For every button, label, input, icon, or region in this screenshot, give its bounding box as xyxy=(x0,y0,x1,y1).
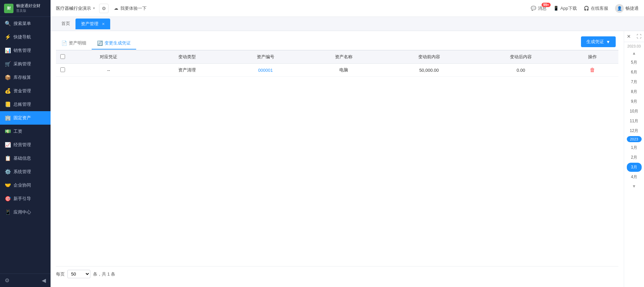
customer-service-button[interactable]: 🎧 在线客服 xyxy=(584,5,608,11)
year-label: 2023.03 xyxy=(624,42,644,49)
right-panel-close-icon[interactable]: ✕ xyxy=(627,34,631,39)
search-icon: 🔍 xyxy=(5,21,11,27)
tab-asset-management[interactable]: 资产管理 ✕ xyxy=(75,19,110,29)
row-operation: 🗑 xyxy=(567,64,618,77)
purchase-icon: 🛒 xyxy=(5,61,11,67)
cooperation-icon: 🤝 xyxy=(5,182,11,188)
sidebar-item-purchase[interactable]: 🛒 采购管理 xyxy=(0,57,51,71)
sidebar-item-funds[interactable]: 💰 资金管理 xyxy=(0,84,51,98)
message-icon: 💬 xyxy=(531,6,536,11)
sidebar-item-search[interactable]: 🔍 搜索菜单 xyxy=(0,17,51,30)
user-label: 畅捷通 xyxy=(625,5,639,11)
per-page-select[interactable]: 50 10 20 100 xyxy=(67,270,90,278)
sidebar-menu: 🔍 搜索菜单 ⚡ 快捷导航 📊 销售管理 🛒 采购管理 📦 库存核算 💰 资金管… xyxy=(0,17,51,274)
sidebar-item-fixed-assets[interactable]: 🏢 固定资产 xyxy=(0,111,51,125)
per-page-label: 每页 xyxy=(56,271,65,277)
collapse-icon[interactable]: ◀ xyxy=(42,277,46,284)
sub-tab-asset-detail-label: 资产明细 xyxy=(69,40,86,46)
row-voucher: -- xyxy=(69,64,148,77)
sidebar: 财 畅捷通好业财 普及版 🔍 搜索菜单 ⚡ 快捷导航 📊 销售管理 🛒 采购管理… xyxy=(0,0,51,287)
basic-info-icon: 📋 xyxy=(5,155,11,161)
month-6[interactable]: 6月 xyxy=(627,68,642,77)
month-12[interactable]: 12月 xyxy=(627,126,642,135)
generate-voucher-button[interactable]: 生成凭证 ▼ xyxy=(581,36,616,47)
logo-icon: 财 xyxy=(4,4,13,13)
user-profile-button[interactable]: 👤 畅捷通 xyxy=(615,4,639,13)
month-10[interactable]: 10月 xyxy=(627,107,642,116)
ledger-icon: 📒 xyxy=(5,101,11,107)
select-all-checkbox[interactable] xyxy=(60,54,65,59)
sidebar-item-label: 采购管理 xyxy=(13,61,31,67)
month-11[interactable]: 11月 xyxy=(627,117,642,126)
app-center-icon: 📱 xyxy=(5,209,11,215)
row-checkbox[interactable] xyxy=(60,67,65,72)
sidebar-item-label: 搜索菜单 xyxy=(13,21,31,27)
message-badge: 99+ xyxy=(542,3,551,7)
sidebar-item-label: 基础信息 xyxy=(13,155,31,161)
sidebar-item-label: 系统管理 xyxy=(13,169,31,175)
sub-tab-asset-detail[interactable]: 📄 资产明细 xyxy=(56,37,92,50)
tab-home[interactable]: 首页 xyxy=(56,18,75,30)
delete-icon[interactable]: 🗑 xyxy=(590,67,595,73)
experience-button[interactable]: ☁ 我要体验一下 xyxy=(114,5,147,11)
download-icon: 📱 xyxy=(553,6,559,11)
sidebar-item-inventory[interactable]: 📦 库存核算 xyxy=(0,71,51,84)
app-download-button[interactable]: 📱 App下载 xyxy=(553,5,577,11)
content-area: 📄 资产明细 🔄 变更生成凭证 生成凭证 ▼ xyxy=(51,31,644,287)
sidebar-item-payroll[interactable]: 💵 工资 xyxy=(0,125,51,138)
month-5[interactable]: 5月 xyxy=(627,58,642,67)
sidebar-item-cooperation[interactable]: 🤝 企业协同 xyxy=(0,179,51,192)
sub-tab-change-voucher[interactable]: 🔄 变更生成凭证 xyxy=(92,37,136,50)
tab-close-icon[interactable]: ✕ xyxy=(102,22,105,26)
sidebar-item-app-center[interactable]: 📱 应用中心 xyxy=(0,205,51,219)
inventory-icon: 📦 xyxy=(5,74,11,81)
sidebar-item-system[interactable]: ⚙️ 系统管理 xyxy=(0,165,51,179)
sidebar-item-basic-info[interactable]: 📋 基础信息 xyxy=(0,152,51,165)
sub-tabs: 📄 资产明细 🔄 变更生成凭证 xyxy=(56,37,136,49)
year-2023-badge[interactable]: 2023 xyxy=(627,136,642,142)
col-asset-code: 资产编号 xyxy=(226,51,305,64)
col-change-type: 变动类型 xyxy=(148,51,226,64)
month-7[interactable]: 7月 xyxy=(627,77,642,87)
sidebar-item-label: 经营管理 xyxy=(13,142,31,148)
sidebar-item-quick-nav[interactable]: ⚡ 快捷导航 xyxy=(0,30,51,44)
right-panel-expand-icon[interactable]: ⛶ xyxy=(637,34,641,39)
col-before-change: 变动前内容 xyxy=(383,51,475,64)
sidebar-item-ledger[interactable]: 📒 总账管理 xyxy=(0,98,51,111)
settings-icon[interactable]: ⚙ xyxy=(5,277,9,284)
sub-tab-change-voucher-label: 变更生成凭证 xyxy=(104,40,131,46)
next-arrow[interactable]: ▼ xyxy=(631,183,638,190)
month-1[interactable]: 1月 xyxy=(627,143,642,152)
sidebar-item-sales[interactable]: 📊 销售管理 xyxy=(0,44,51,57)
col-operation: 操作 xyxy=(567,51,618,64)
month-4[interactable]: 4月 xyxy=(627,172,642,182)
month-3-active[interactable]: 3月 xyxy=(627,163,642,172)
sidebar-item-operations[interactable]: 📈 经营管理 xyxy=(0,138,51,152)
gear-button[interactable]: ⚙ xyxy=(99,4,109,13)
company-selector[interactable]: 医疗器械行业演示 ▾ xyxy=(56,5,95,11)
row-after-change: 0.00 xyxy=(475,64,567,77)
right-panel-header: ✕ ⛶ xyxy=(624,34,644,42)
header-right: 💬 消息 99+ 📱 App下载 🎧 在线客服 👤 畅捷通 xyxy=(531,4,639,13)
gear-icon: ⚙ xyxy=(102,6,106,11)
sidebar-item-label: 企业协同 xyxy=(13,182,31,188)
month-9[interactable]: 9月 xyxy=(627,97,642,106)
main-area: 医疗器械行业演示 ▾ ⚙ ☁ 我要体验一下 💬 消息 99+ 📱 App下载 🎧… xyxy=(51,0,644,287)
avatar-icon: 👤 xyxy=(617,6,622,11)
month-2[interactable]: 2月 xyxy=(627,153,642,162)
table-footer: 每页 50 10 20 100 条，共 1 条 xyxy=(56,266,618,282)
prev-arrow[interactable]: ▲ xyxy=(631,50,638,57)
sidebar-item-label: 快捷导航 xyxy=(13,34,31,40)
month-8[interactable]: 8月 xyxy=(627,87,642,96)
logo-name: 畅捷通好业财 xyxy=(16,3,40,9)
sidebar-item-label: 应用中心 xyxy=(13,209,31,215)
sidebar-item-label: 新手引导 xyxy=(13,196,31,202)
data-table: 对应凭证 变动类型 资产编号 资产名称 变动前内容 变动后内容 操作 xyxy=(56,50,618,77)
message-button[interactable]: 💬 消息 99+ xyxy=(531,5,547,11)
asset-detail-icon: 📄 xyxy=(61,40,67,46)
table-row: -- 资产清理 000001 电脑 50,000.00 0.00 🗑 xyxy=(56,64,618,77)
table-wrapper: 对应凭证 变动类型 资产编号 资产名称 变动前内容 变动后内容 操作 xyxy=(56,50,618,266)
change-voucher-icon: 🔄 xyxy=(97,40,103,46)
sidebar-item-guide[interactable]: 🎯 新手引导 xyxy=(0,192,51,205)
row-asset-code[interactable]: 000001 xyxy=(226,64,305,77)
